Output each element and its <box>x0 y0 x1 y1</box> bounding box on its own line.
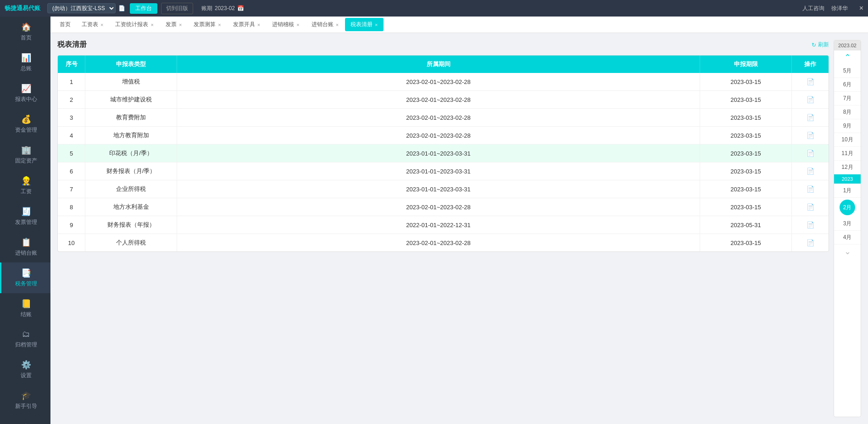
cell-deadline: 2023-03-15 <box>700 73 792 90</box>
cell-action[interactable]: 📄 <box>792 109 829 126</box>
tab-home[interactable]: 首页 <box>55 18 75 31</box>
tab-close-tax-list[interactable]: × <box>375 22 378 28</box>
action-doc-icon[interactable]: 📄 <box>807 203 814 211</box>
action-doc-icon[interactable]: 📄 <box>807 96 814 103</box>
main-layout: 🏠 首页 📊 总账 📈 报表中心 💰 资金管理 🏢 固定资产 👷 工资 🧾 发票… <box>0 17 868 424</box>
tab-close-purchase-audit[interactable]: × <box>296 22 299 28</box>
sidebar-item-guide[interactable]: 🎓 新手引导 <box>0 385 50 416</box>
invoice-icon: 🧾 <box>21 206 31 217</box>
user-info[interactable]: 徐泽华 <box>831 5 848 12</box>
cell-no: 10 <box>58 234 85 251</box>
action-doc-icon[interactable]: 📄 <box>807 150 814 157</box>
action-doc-icon[interactable]: 📄 <box>807 78 814 85</box>
sidebar-label-tax: 税务管理 <box>15 280 37 288</box>
date-nav-month-4[interactable]: 4月 <box>834 231 861 245</box>
report-icon: 📈 <box>21 84 31 94</box>
page-title: 税表清册 <box>57 40 87 50</box>
cell-action[interactable]: 📄 <box>792 216 829 234</box>
sidebar: 🏠 首页 📊 总账 📈 报表中心 💰 资金管理 🏢 固定资产 👷 工资 🧾 发票… <box>0 17 50 424</box>
cell-action[interactable]: 📄 <box>792 162 829 180</box>
action-doc-icon[interactable]: 📄 <box>807 221 814 229</box>
action-doc-icon[interactable]: 📄 <box>807 239 814 246</box>
sidebar-item-tax[interactable]: 📑 税务管理 <box>0 262 50 293</box>
date-nav-month-8[interactable]: 8月 <box>834 106 861 119</box>
cell-action[interactable]: 📄 <box>792 73 829 90</box>
sidebar-item-settings[interactable]: ⚙️ 设置 <box>0 354 50 385</box>
calendar-icon[interactable]: 📅 <box>237 5 244 11</box>
tab-invoice[interactable]: 发票 × <box>160 18 187 31</box>
company-selector[interactable]: (勿动）江西股宝-LSS 📄 <box>47 3 125 13</box>
cell-no: 8 <box>58 198 85 216</box>
app-logo: 畅捷通易代账 <box>5 4 40 12</box>
action-doc-icon[interactable]: 📄 <box>807 167 814 175</box>
cell-type: 印花税（月/季） <box>85 145 177 162</box>
date-nav-month-5[interactable]: 5月 <box>834 64 861 78</box>
sidebar-item-home[interactable]: 🏠 首页 <box>0 17 50 47</box>
date-nav-month-1[interactable]: 1月 <box>834 184 861 198</box>
date-nav-month-3[interactable]: 3月 <box>834 217 861 231</box>
tab-close-salary[interactable]: × <box>100 22 103 28</box>
cell-action[interactable]: 📄 <box>792 234 829 251</box>
action-doc-icon[interactable]: 📄 <box>807 185 814 193</box>
tab-invoice-issue[interactable]: 发票开具 × <box>228 18 266 31</box>
top-actions: 工作台 切到旧版 账期 2023-02 📅 <box>130 3 244 14</box>
workbench-button[interactable]: 工作台 <box>130 3 157 14</box>
tab-salary-table[interactable]: 工资表 × <box>76 18 109 31</box>
tab-salary-stats[interactable]: 工资统计报表 × <box>110 18 159 31</box>
action-doc-icon[interactable]: 📄 <box>807 114 814 121</box>
sidebar-label-assets: 固定资产 <box>15 157 37 165</box>
cell-action[interactable]: 📄 <box>792 145 829 162</box>
sidebar-item-purchase-sales[interactable]: 📋 进销台账 <box>0 232 50 262</box>
sidebar-item-funds[interactable]: 💰 资金管理 <box>0 109 50 139</box>
date-nav-month-9[interactable]: 9月 <box>834 119 861 133</box>
cell-action[interactable]: 📄 <box>792 198 829 216</box>
sidebar-label-ledger: 总账 <box>21 65 32 73</box>
sidebar-item-ledger[interactable]: 📊 总账 <box>0 47 50 78</box>
cell-no: 5 <box>58 145 85 162</box>
cell-type: 财务报表（月/季） <box>85 162 177 180</box>
support-link[interactable]: 人工咨询 <box>802 5 824 12</box>
tab-tax-list[interactable]: 税表清册 × <box>345 18 383 31</box>
sidebar-label-funds: 资金管理 <box>15 126 37 134</box>
date-nav-up-button[interactable]: ⌃ <box>842 50 853 64</box>
switch-button[interactable]: 切到旧版 <box>161 3 193 14</box>
sidebar-item-report[interactable]: 📈 报表中心 <box>0 78 50 109</box>
date-nav-down-button[interactable]: ⌄ <box>842 245 853 258</box>
company-dropdown[interactable]: (勿动）江西股宝-LSS <box>47 3 116 13</box>
tab-close-salary-stats[interactable]: × <box>150 22 153 28</box>
sidebar-item-assets[interactable]: 🏢 固定资产 <box>0 139 50 170</box>
tab-close-invoice-calc[interactable]: × <box>218 22 221 28</box>
tab-purchase-audit[interactable]: 进销稽核 × <box>267 18 305 31</box>
top-right: 人工咨询 徐泽华 × <box>802 4 863 12</box>
tab-close-invoice-issue[interactable]: × <box>257 22 260 28</box>
refresh-button[interactable]: ↻ 刷新 <box>812 41 829 49</box>
sidebar-item-member[interactable]: ♦ 畅会员 <box>0 416 50 424</box>
window-close-button[interactable]: × <box>859 4 863 12</box>
date-nav-year-2023[interactable]: 2023 <box>834 174 861 184</box>
date-nav-month-12[interactable]: 12月 <box>834 161 861 174</box>
table-row: 6 财务报表（月/季） 2023-01-01~2023-03-31 2023-0… <box>58 162 829 180</box>
tab-bar: 首页 工资表 × 工资统计报表 × 发票 × 发票测算 × 发票开具 × <box>50 17 868 33</box>
col-header-action: 操作 <box>792 56 829 73</box>
cell-action[interactable]: 📄 <box>792 127 829 144</box>
tab-close-purchase-ledger[interactable]: × <box>336 22 339 28</box>
sidebar-item-close[interactable]: 📒 结账 <box>0 293 50 324</box>
tab-invoice-calc[interactable]: 发票测算 × <box>188 18 226 31</box>
cell-action[interactable]: 📄 <box>792 91 829 108</box>
sidebar-item-archive[interactable]: 🗂 归档管理 <box>0 324 50 354</box>
tab-close-invoice[interactable]: × <box>179 22 182 28</box>
cell-period: 2023-02-01~2023-02-28 <box>177 198 700 216</box>
date-nav-month-2-current[interactable]: 2月 <box>840 200 855 215</box>
date-nav-month-7[interactable]: 7月 <box>834 92 861 106</box>
cell-type: 地方教育附加 <box>85 127 177 144</box>
table-row: 4 地方教育附加 2023-02-01~2023-02-28 2023-03-1… <box>58 127 829 145</box>
date-nav-month-11[interactable]: 11月 <box>834 147 861 161</box>
sidebar-item-salary[interactable]: 👷 工资 <box>0 170 50 201</box>
close-accounts-icon: 📒 <box>21 299 31 309</box>
tab-purchase-ledger[interactable]: 进销台账 × <box>306 18 344 31</box>
date-nav-month-6[interactable]: 6月 <box>834 78 861 92</box>
action-doc-icon[interactable]: 📄 <box>807 132 814 139</box>
sidebar-item-invoice[interactable]: 🧾 发票管理 <box>0 201 50 232</box>
cell-action[interactable]: 📄 <box>792 180 829 198</box>
date-nav-month-10[interactable]: 10月 <box>834 133 861 147</box>
